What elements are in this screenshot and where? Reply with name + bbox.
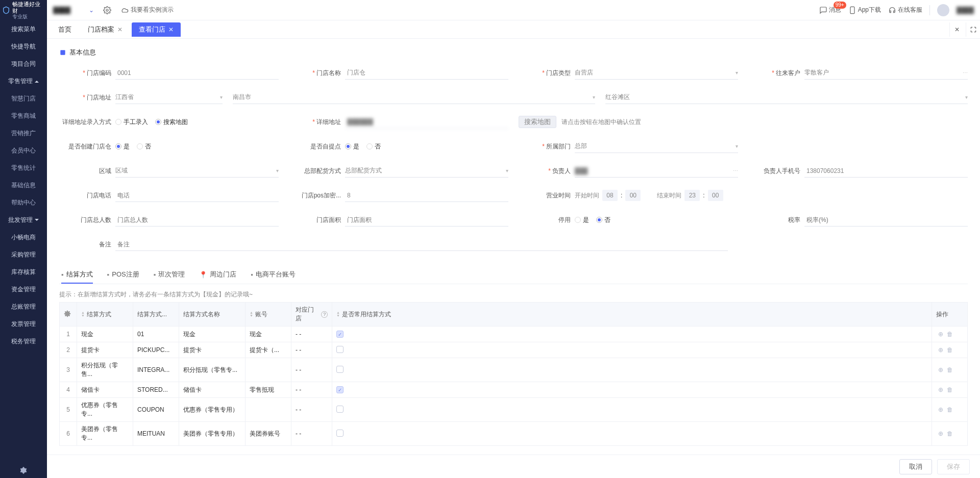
search-map-button[interactable]: 搜索地图 — [519, 116, 556, 128]
add-row-icon[interactable]: ⊕ — [936, 405, 945, 414]
delete-row-icon[interactable]: 🗑 — [945, 405, 954, 414]
area-input[interactable] — [345, 213, 508, 227]
delete-row-icon[interactable]: 🗑 — [945, 365, 954, 374]
common-checkbox[interactable] — [336, 331, 344, 338]
common-checkbox[interactable] — [336, 386, 344, 393]
common-checkbox[interactable] — [336, 366, 344, 373]
headcount-input[interactable] — [115, 213, 279, 227]
radio-disable-yes[interactable]: 是 — [575, 216, 589, 224]
label-address: 门店地址 — [59, 93, 115, 102]
add-row-icon[interactable]: ⊕ — [936, 429, 945, 438]
store-name-input[interactable] — [345, 66, 508, 80]
province-select[interactable]: 江西省▾ — [115, 91, 223, 104]
subtab[interactable]: ▪POS注册 — [107, 266, 139, 284]
close-all-tabs-button[interactable]: ✕ — [949, 22, 964, 37]
start-hour[interactable]: 08 — [602, 190, 618, 201]
radio-pickup-yes[interactable]: 是 — [345, 142, 359, 151]
th-name[interactable]: 结算方式名称 — [179, 303, 246, 326]
sidebar-item[interactable]: 零售商城 — [0, 107, 47, 124]
region-select[interactable]: 区域▾ — [115, 164, 279, 178]
pos-key-input[interactable] — [345, 189, 508, 202]
store-code-input[interactable] — [115, 66, 279, 80]
org-selector[interactable]: ████ ⌄ — [53, 7, 94, 14]
radio-manual[interactable]: 手工录入 — [115, 118, 148, 127]
subtab[interactable]: ▪结算方式 — [61, 266, 93, 284]
store-type-select[interactable]: 自营店▾ — [575, 66, 738, 80]
sidebar-item[interactable]: 采购管理 — [0, 246, 47, 263]
start-min[interactable]: 00 — [625, 190, 641, 201]
delete-row-icon[interactable]: 🗑 — [945, 385, 954, 394]
messages[interactable]: 消息 99+ — [819, 6, 841, 14]
add-row-icon[interactable]: ⊕ — [936, 345, 945, 355]
sidebar-item[interactable]: 库存核算 — [0, 263, 47, 281]
sidebar-item[interactable]: 智慧门店 — [0, 90, 47, 107]
sidebar-item[interactable]: 资金管理 — [0, 281, 47, 298]
end-hour[interactable]: 23 — [684, 190, 700, 201]
subtab[interactable]: ▪电商平台账号 — [251, 266, 296, 284]
sidebar-item[interactable]: 批发管理 — [0, 211, 47, 229]
hq-dist-select[interactable]: 总部配货方式▾ — [345, 164, 508, 178]
detail-addr-input[interactable] — [345, 115, 508, 129]
headset-icon — [888, 6, 896, 14]
tax-input[interactable] — [804, 213, 968, 227]
page-tab[interactable]: 查看门店✕ — [132, 22, 181, 37]
close-tab-icon[interactable]: ✕ — [168, 26, 174, 33]
settings-outline-icon[interactable] — [103, 6, 111, 14]
th-common[interactable]: ▲▼是否常用结算方式 — [332, 303, 932, 326]
common-checkbox[interactable] — [336, 430, 344, 437]
th-account[interactable]: ▲▼账号 — [246, 303, 291, 326]
demo-link[interactable]: 我要看实例演示 — [120, 6, 174, 14]
th-store[interactable]: 对应门店? — [291, 303, 332, 326]
add-row-icon[interactable]: ⊕ — [936, 385, 945, 394]
delete-row-icon[interactable]: 🗑 — [945, 345, 954, 355]
customer-select[interactable]: 零散客户⋯ — [804, 66, 968, 80]
sidebar-item[interactable]: 营销推广 — [0, 124, 47, 142]
add-row-icon[interactable]: ⊕ — [936, 365, 945, 374]
subtab[interactable]: ▪班次管理 — [154, 266, 185, 284]
city-select[interactable]: 南昌市▾ — [233, 91, 595, 104]
sidebar-item[interactable]: 零售统计 — [0, 159, 47, 177]
sidebar-item[interactable]: 税务管理 — [0, 333, 47, 350]
owner-select[interactable]: ███⋯ — [575, 164, 738, 178]
app-download[interactable]: App下载 — [848, 6, 881, 14]
district-select[interactable]: 红谷滩区▾ — [605, 91, 968, 104]
user-avatar[interactable] — [937, 4, 949, 16]
fullscreen-button[interactable] — [966, 22, 980, 37]
sidebar-item[interactable]: 发票管理 — [0, 315, 47, 333]
sidebar-item[interactable]: 总账管理 — [0, 298, 47, 315]
sidebar-item[interactable]: 项目合同 — [0, 55, 47, 72]
table-settings-icon[interactable] — [60, 303, 77, 326]
settings-icon[interactable] — [0, 463, 47, 478]
radio-map[interactable]: 搜索地图 — [155, 118, 188, 127]
cancel-button[interactable]: 取消 — [899, 459, 932, 474]
common-checkbox[interactable] — [336, 346, 344, 353]
delete-row-icon[interactable]: 🗑 — [945, 429, 954, 438]
delete-row-icon[interactable]: 🗑 — [945, 330, 954, 339]
th-method[interactable]: ▲▼结算方式 — [77, 303, 133, 326]
owner-phone-input[interactable] — [804, 164, 968, 178]
sidebar-item[interactable]: 零售管理 — [0, 72, 47, 90]
remark-input[interactable] — [115, 238, 728, 251]
sidebar-item[interactable]: 帮助中心 — [0, 194, 47, 211]
radio-wh-yes[interactable]: 是 — [115, 142, 130, 151]
th-code[interactable]: 结算方式... — [133, 303, 179, 326]
add-row-icon[interactable]: ⊕ — [936, 330, 945, 339]
label-biz-time: 营业时间 — [519, 191, 575, 200]
radio-disable-no[interactable]: 否 — [596, 216, 610, 224]
radio-pickup-no[interactable]: 否 — [366, 142, 381, 151]
store-phone-input[interactable] — [115, 189, 279, 202]
sidebar-item[interactable]: 基础信息 — [0, 177, 47, 194]
close-tab-icon[interactable]: ✕ — [117, 26, 122, 33]
dept-select[interactable]: 总部▾ — [575, 140, 738, 153]
online-service[interactable]: 在线客服 — [888, 6, 922, 14]
page-tab[interactable]: 首页 — [51, 22, 79, 37]
subtab[interactable]: 📍周边门店 — [199, 266, 236, 284]
page-tab[interactable]: 门店档案✕ — [81, 22, 130, 37]
end-min[interactable]: 00 — [708, 190, 723, 201]
sidebar-item[interactable]: 快捷导航 — [0, 38, 47, 55]
sidebar-item[interactable]: 小畅电商 — [0, 229, 47, 246]
radio-wh-no[interactable]: 否 — [137, 142, 151, 151]
sidebar-item[interactable]: 搜索菜单 — [0, 20, 47, 38]
common-checkbox[interactable] — [336, 406, 344, 413]
sidebar-item[interactable]: 会员中心 — [0, 142, 47, 159]
